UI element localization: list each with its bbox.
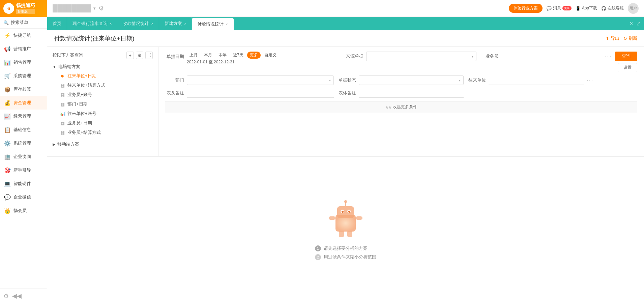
- sidebar-item-guide[interactable]: 🎯 新手引导: [0, 163, 47, 177]
- scheme-item-label: 业务员+结算方式: [67, 129, 101, 135]
- sidebar-item-quick-nav[interactable]: ⚡ 快捷导航: [0, 29, 47, 42]
- settings-footer-icon[interactable]: ⚙: [3, 292, 9, 300]
- tab-collection-stats[interactable]: 收款情况统计 ×: [117, 17, 159, 30]
- tab-new-scheme-close[interactable]: ×: [184, 22, 186, 26]
- scheme-item-label: 往来单位+结算方式: [67, 82, 105, 88]
- source-select[interactable]: ▾: [366, 52, 476, 61]
- scheme-item-staff-settle[interactable]: ▦ 业务员+结算方式: [53, 128, 153, 137]
- sidebar-item-marketing[interactable]: 📢 营销推广: [0, 42, 47, 56]
- query-btn[interactable]: 查询: [615, 52, 637, 61]
- sidebar-item-finance[interactable]: 💰 资金管理: [0, 96, 47, 110]
- tab-payment-stats[interactable]: 付款情况统计 ×: [192, 18, 233, 30]
- app-download-btn[interactable]: 📱 App下载: [576, 5, 597, 11]
- tab-cash-flow-close[interactable]: ×: [110, 22, 112, 26]
- export-btn[interactable]: ⬆ 导出: [606, 35, 619, 41]
- search-icon: 🔍: [3, 20, 9, 25]
- date-field: 单据日期 上月 本月 本年 近7天 更多 自定义 2022-01-01 至 20…: [165, 52, 341, 65]
- scheme-icon-6: ▦: [59, 120, 65, 126]
- settings-scheme-btn[interactable]: ⚙: [136, 52, 143, 59]
- scheme-item-unit-date[interactable]: ● 往来单位+日期: [53, 71, 153, 81]
- avatar[interactable]: 用户: [628, 3, 639, 14]
- tab-new-scheme[interactable]: 新建方案 ×: [159, 17, 192, 30]
- tab-cash-flow[interactable]: 现金银行流水查询 ×: [67, 17, 117, 30]
- mobile-scheme-group: ▶ 移动端方案: [53, 140, 153, 149]
- sidebar-item-system[interactable]: ⚙️ 系统管理: [0, 137, 47, 150]
- try-btn[interactable]: 体验行业方案: [509, 4, 543, 13]
- sidebar-item-operations[interactable]: 📈 经营管理: [0, 110, 47, 123]
- sidebar-item-basic-info[interactable]: 📋 基础信息: [0, 123, 47, 137]
- message-btn[interactable]: 💬 消息 99+: [547, 5, 572, 11]
- logo-icon: 6: [3, 3, 14, 14]
- collapse-sidebar-icon[interactable]: ◀◀: [12, 292, 22, 300]
- related-unit-input[interactable]: [489, 78, 584, 83]
- voucher-status-select[interactable]: ▾: [359, 75, 464, 85]
- date-btn-more[interactable]: 更多: [247, 52, 261, 59]
- refresh-btn[interactable]: ↻ 刷新: [623, 35, 637, 41]
- related-unit-field: 往来单位 ···: [467, 75, 593, 85]
- wechat-icon: 💬: [4, 194, 11, 201]
- collapse-bar[interactable]: ∧∧ 收起更多条件: [165, 101, 637, 113]
- scheme-item-label: 往来单位+日期: [67, 73, 96, 79]
- sidebar-search[interactable]: 🔍 搜索菜单: [0, 17, 47, 29]
- header-note-input[interactable]: [187, 88, 334, 97]
- online-service-label: 在线客服: [608, 5, 624, 11]
- sidebar-item-purchase[interactable]: 🛒 采购管理: [0, 69, 47, 83]
- staff-input[interactable]: [501, 54, 603, 59]
- settings-btn[interactable]: 设置: [618, 63, 637, 72]
- content-area: 付款情况统计(往来单位+日期) ⬆ 导出 ↻ 刷新 按以下方案查询 +: [47, 30, 644, 303]
- body-note-input-area: [359, 88, 464, 98]
- online-service-btn[interactable]: 🎧 在线客服: [601, 5, 624, 11]
- related-unit-dots-btn[interactable]: ···: [587, 77, 593, 83]
- dept-chevron-icon: ▾: [329, 79, 331, 82]
- sidebar-item-label: 系统管理: [13, 140, 31, 146]
- topbar-settings-icon[interactable]: ⚙: [98, 5, 104, 12]
- staff-dots-btn[interactable]: ···: [605, 53, 612, 59]
- date-btn-last-month[interactable]: 上月: [187, 52, 200, 59]
- date-btn-custom[interactable]: 自定义: [262, 52, 279, 59]
- tab-collection-stats-close[interactable]: ×: [151, 22, 153, 26]
- scheme-icon-5: 📊: [59, 111, 65, 117]
- date-btn-7days[interactable]: 近7天: [230, 52, 246, 59]
- body-note-label: 表体备注: [337, 90, 356, 96]
- empty-state: 1 请先选择要分析的方案 2 用过滤条件来缩小分析范围: [315, 200, 376, 260]
- tab-close-all-icon[interactable]: ×: [630, 21, 633, 27]
- page-header: 付款情况统计(往来单位+日期) ⬆ 导出 ↻ 刷新: [47, 30, 644, 47]
- mobile-group-header[interactable]: ▶ 移动端方案: [53, 140, 153, 149]
- scheme-item-unit-settle[interactable]: ▦ 往来单位+结算方式: [53, 81, 153, 90]
- scheme-item-staff-account[interactable]: ▦ 业务员+账号: [53, 90, 153, 99]
- tab-payment-stats-label: 付款情况统计: [197, 21, 224, 27]
- scheme-item-dept-date[interactable]: ▦ 部门+日期: [53, 99, 153, 109]
- header-note-input-area: [187, 88, 334, 98]
- body-note-input[interactable]: [359, 88, 464, 97]
- topbar-chevron-icon[interactable]: ▾: [93, 6, 96, 11]
- empty-steps: 1 请先选择要分析的方案 2 用过滤条件来缩小分析范围: [315, 245, 376, 260]
- vip-icon: 👑: [4, 207, 11, 214]
- tab-home[interactable]: 首页: [47, 17, 67, 30]
- desktop-group-header[interactable]: ▼ 电脑端方案: [53, 62, 153, 71]
- sidebar-item-hardware[interactable]: 💻 智能硬件: [0, 177, 47, 190]
- tab-payment-stats-close[interactable]: ×: [226, 22, 228, 26]
- sidebar-item-enterprise[interactable]: 🏢 企业协同: [0, 150, 47, 163]
- export-label: 导出: [611, 35, 619, 41]
- scheme-item-staff-date[interactable]: ▦ 业务员+日期: [53, 118, 153, 128]
- sidebar-header: 6 畅捷通巧 标准版: [0, 0, 47, 17]
- collapse-scheme-btn[interactable]: 〈: [145, 52, 153, 59]
- add-scheme-btn[interactable]: +: [126, 52, 134, 59]
- svg-point-7: [344, 200, 347, 203]
- sidebar-item-label: 资金管理: [13, 100, 31, 106]
- date-btn-row: 上月 本月 本年 近7天 更多 自定义: [187, 52, 279, 59]
- date-btn-this-month[interactable]: 本月: [201, 52, 215, 59]
- sidebar-item-inventory[interactable]: 📦 库存核算: [0, 83, 47, 96]
- date-btn-this-year[interactable]: 本年: [216, 52, 229, 59]
- service-icon: 🎧: [601, 6, 606, 11]
- dept-select[interactable]: ▾: [187, 75, 334, 85]
- topbar-left: ████████ ▾ ⚙: [53, 4, 104, 12]
- sidebar-item-sales[interactable]: 📊 销售管理: [0, 56, 47, 69]
- scheme-item-unit-account[interactable]: 📊 往来单位+账号: [53, 109, 153, 118]
- sidebar-item-wechat[interactable]: 💬 企业微信: [0, 190, 47, 204]
- quick-nav-icon: ⚡: [4, 32, 11, 39]
- sidebar-logo-area: 畅捷通巧 标准版: [16, 3, 35, 14]
- svg-rect-8: [329, 216, 335, 220]
- sidebar-item-vip[interactable]: 👑 畅会员: [0, 204, 47, 217]
- tab-expand-icon[interactable]: ⤢: [636, 21, 641, 27]
